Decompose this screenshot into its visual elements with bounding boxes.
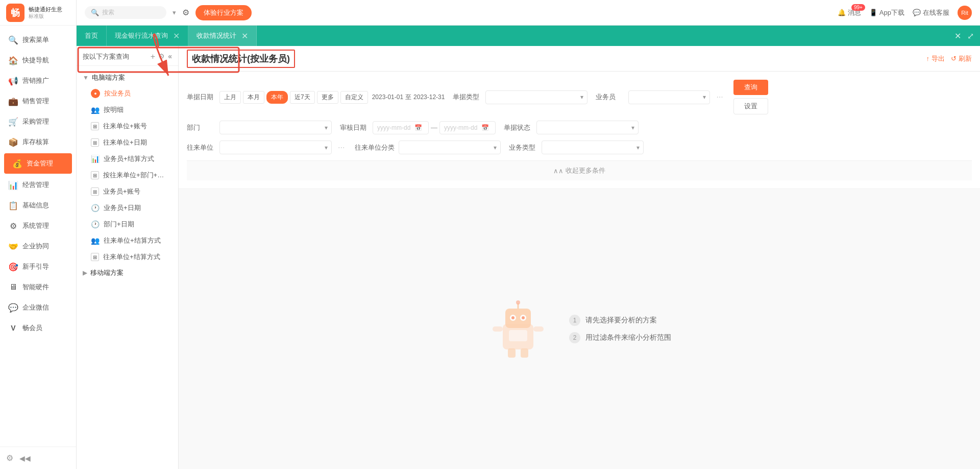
tab-expand-icon[interactable]: ⤢ (967, 31, 974, 41)
date-label: 单据日期 (187, 92, 215, 102)
settings-btn[interactable]: 设置 (733, 98, 768, 114)
tree-group-desktop-title[interactable]: ▼ 电脑端方案 (77, 70, 178, 85)
table-icon-5: ⊞ (91, 253, 99, 261)
table-icon-4: ⊞ (91, 187, 99, 196)
sidebar-item-member[interactable]: V 畅会员 (0, 318, 76, 338)
refresh-btn[interactable]: ↺ 刷新 (951, 54, 972, 63)
notification-area[interactable]: 🔔 消息 99+ (838, 8, 861, 17)
svg-rect-8 (493, 326, 503, 332)
tree-item-partner-date[interactable]: ⊞ 往来单位+日期 (77, 134, 178, 151)
biz-type-select[interactable] (542, 140, 644, 154)
sidebar-item-management[interactable]: 📊 经营管理 (0, 175, 76, 195)
filter-status: 单据状态 (504, 121, 639, 134)
sidebar-item-guide[interactable]: 🎯 新手引导 (0, 256, 76, 277)
status-select[interactable] (536, 121, 639, 134)
sidebar-item-purchase[interactable]: 🛒 采购管理 (0, 111, 76, 132)
sidebar-item-nav[interactable]: 🏠 快捷导航 (0, 50, 76, 71)
tree-item-partner-dept[interactable]: ⊞ 按往来单位+部门+收... (77, 167, 178, 183)
type-select-wrapper (485, 90, 587, 104)
sidebar-item-hardware[interactable]: 🖥 智能硬件 (0, 277, 76, 297)
bar-icon: 📊 (91, 155, 100, 163)
biz-type-select-wrapper (542, 140, 644, 154)
dept-select-wrapper (219, 121, 332, 134)
svg-point-7 (516, 300, 520, 304)
sidebar-item-finance[interactable]: 💰 资金管理 (4, 153, 72, 174)
salesperson-select[interactable] (628, 90, 710, 104)
topbar-search[interactable]: 🔍 搜索 (85, 6, 166, 19)
sidebar-item-inventory[interactable]: 📦 库存核算 (0, 132, 76, 152)
tree-group-mobile-title[interactable]: ▶ 移动端方案 (77, 265, 178, 280)
tab-bank-close[interactable]: ✕ (173, 31, 180, 41)
tab-close-all-icon[interactable]: ✕ (954, 31, 961, 41)
app-download[interactable]: 📱 App下载 (869, 8, 904, 17)
table-icon-1: ⊞ (91, 122, 99, 130)
type-select[interactable] (485, 90, 587, 104)
salesperson-more-icon[interactable]: ··· (714, 92, 725, 102)
filter-audit-date: 审核日期 yyyy-mm-dd 📅 — yyyy-mm-dd 📅 (340, 121, 496, 134)
filter-partner-category: 往来单位分类 (355, 140, 501, 154)
sidebar-item-sales[interactable]: 💼 销售管理 (0, 91, 76, 111)
date-range-display: 2023-01-01 至 2023-12-31 (372, 93, 445, 102)
user-avatar[interactable]: Rit (958, 6, 972, 20)
partner-select[interactable] (219, 140, 332, 154)
date-btn-7days[interactable]: 近7天 (290, 91, 315, 104)
salesperson-select-wrapper (628, 90, 710, 104)
sidebar-item-system[interactable]: ⚙ 系统管理 (0, 216, 76, 236)
audit-date-to[interactable]: yyyy-mm-dd 📅 (439, 121, 496, 134)
date-btn-custom[interactable]: 自定义 (340, 91, 368, 104)
tip-num-1: 1 (569, 315, 580, 326)
audit-date-from[interactable]: yyyy-mm-dd 📅 (373, 121, 429, 134)
tabs-actions: ✕ ⤢ (954, 31, 980, 41)
online-service[interactable]: 💬 在线客服 (913, 8, 949, 17)
date-btn-this-month[interactable]: 本月 (243, 91, 264, 104)
sidebar-item-collab[interactable]: 🤝 企业协同 (0, 236, 76, 256)
date-btn-last-month[interactable]: 上月 (219, 91, 241, 104)
sidebar-item-wechat[interactable]: 💬 企业微信 (0, 297, 76, 318)
calendar-icon-2: 📅 (481, 124, 489, 131)
panel-add-icon[interactable]: + (151, 52, 155, 61)
sidebar-item-marketing[interactable]: 📢 营销推广 (0, 71, 76, 91)
guide-icon: 🎯 (8, 262, 18, 272)
export-btn[interactable]: ↑ 导出 (926, 54, 945, 63)
sidebar-item-basic[interactable]: 📋 基础信息 (0, 195, 76, 216)
solution-btn[interactable]: 体验行业方案 (195, 5, 252, 20)
inventory-icon: 📦 (8, 137, 18, 147)
date-btn-more[interactable]: 更多 (317, 91, 338, 104)
tree-item-salesperson-date[interactable]: 🕐 业务员+日期 (77, 200, 178, 216)
tree-item-salesperson-account[interactable]: ⊞ 业务员+账号 (77, 183, 178, 200)
tree-item-salesperson[interactable]: ● 按业务员 (77, 85, 178, 102)
tab-receipt-close[interactable]: ✕ (241, 31, 248, 41)
collapse-bar[interactable]: ∧∧ 收起更多条件 (187, 160, 972, 180)
sidebar-item-search[interactable]: 🔍 搜索菜单 (0, 30, 76, 50)
query-btn[interactable]: 查询 (733, 80, 768, 95)
date-separator: — (431, 124, 437, 131)
page-actions: ↑ 导出 ↺ 刷新 (926, 54, 972, 63)
bottom-expand-icon[interactable]: ◀◀ (19, 454, 31, 462)
dept-label: 部门 (187, 123, 215, 132)
tree-item-partner-settle1[interactable]: 👥 往来单位+结算方式 (77, 232, 178, 249)
tip-num-2: 2 (569, 332, 580, 343)
topbar-settings-icon[interactable]: ⚙ (182, 8, 189, 17)
partner-category-select[interactable] (399, 140, 501, 154)
clock-icon-2: 🕐 (91, 220, 100, 228)
tree-item-dept-date[interactable]: 🕐 部门+日期 (77, 216, 178, 232)
bottom-settings-icon[interactable]: ⚙ (6, 453, 13, 463)
tree-item-partner-settle2[interactable]: ⊞ 往来单位+结算方式 (77, 249, 178, 265)
topbar-dropdown-icon[interactable]: ▾ (173, 9, 176, 16)
right-main: 收款情况统计(按业务员) ↑ 导出 ↺ 刷新 单据日期 (179, 46, 980, 469)
partner-more-icon[interactable]: ··· (336, 143, 347, 152)
panel-collapse-icon[interactable]: « (168, 52, 172, 61)
empty-robot-illustration (487, 298, 549, 360)
sidebar: 畅 畅捷通好生意 标准版 🔍 搜索菜单 🏠 快捷导航 📢 营销推广 💼 销售管理… (0, 0, 77, 469)
dept-select[interactable] (219, 121, 332, 134)
tree-item-salesperson-settle[interactable]: 📊 业务员+结算方式 (77, 151, 178, 167)
tree-item-detail[interactable]: 👥 按明细 (77, 102, 178, 118)
tab-receipt[interactable]: 收款情况统计 ✕ (188, 26, 257, 46)
tab-bank[interactable]: 现金银行流水查询 ✕ (107, 26, 188, 46)
tree-item-partner-account[interactable]: ⊞ 往来单位+账号 (77, 118, 178, 134)
filter-type: 单据类型 (453, 90, 587, 104)
date-btn-this-year[interactable]: 本年 (266, 91, 288, 104)
tab-home[interactable]: 首页 (77, 26, 107, 46)
marketing-icon: 📢 (8, 76, 18, 86)
panel-settings-icon[interactable]: ⚙ (158, 52, 165, 61)
